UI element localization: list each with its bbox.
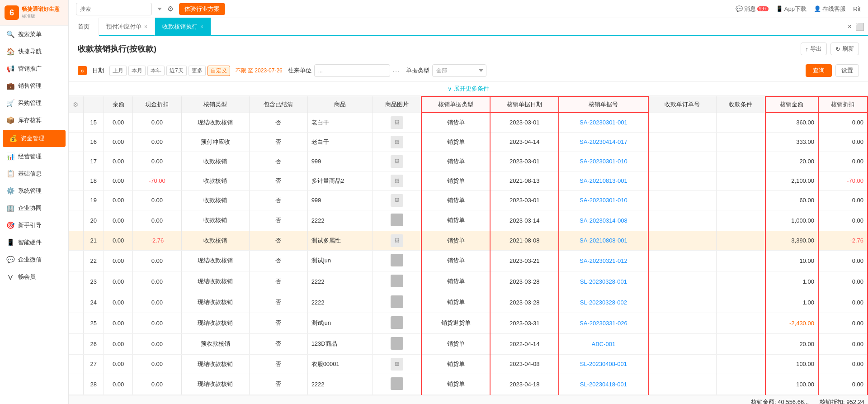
- td-receipt-condition: [717, 292, 765, 313]
- online-service[interactable]: 👤 在线客服: [814, 5, 846, 13]
- sidebar-item-sales[interactable]: 💼 销售管理: [0, 77, 68, 95]
- td-bill-date: 2023-03-28: [490, 292, 559, 313]
- tab-receipt-cancel[interactable]: 收款核销执行 ×: [155, 18, 211, 36]
- topbar-search-input[interactable]: [76, 3, 152, 15]
- tabbar-actions: × ⬜: [848, 23, 868, 31]
- sidebar-item-hardware[interactable]: 📱 智能硬件: [0, 234, 68, 251]
- td-receipt-order-no: [648, 354, 717, 374]
- topbar-dropdown[interactable]: [157, 8, 162, 10]
- footer-cancel-discount-value: 952.24: [846, 399, 864, 404]
- td-bill-type: 销货单: [421, 113, 490, 132]
- td-include-settled: 否: [249, 171, 307, 190]
- td-settings: [69, 271, 83, 292]
- td-cash-discount: 0.00: [133, 333, 181, 354]
- td-cancel-type: 现结收款核销: [181, 313, 249, 333]
- sidebar-item-label: 企业微信: [18, 256, 42, 264]
- filter-btn-last-month[interactable]: 上月: [109, 66, 127, 76]
- expand-more-label: 展开更多条件: [454, 85, 489, 93]
- td-cancel-amount: 1.00: [765, 271, 818, 292]
- td-cancel-type: 现结收款核销: [181, 250, 249, 271]
- filter-query-btn[interactable]: 查询: [806, 64, 832, 77]
- td-cancel-discount: 0.00: [818, 374, 868, 394]
- page-title-bar: 收款核销执行(按收款) ↑ 导出 ↻ 刷新: [69, 36, 868, 60]
- td-product-img: [373, 250, 421, 271]
- td-seq: 15: [83, 113, 104, 132]
- app-download[interactable]: 📱 App下载: [776, 5, 807, 13]
- sidebar-item-operation[interactable]: 📊 经营管理: [0, 148, 68, 165]
- td-product: 测试jun: [307, 250, 373, 271]
- td-cancel-type: 现结收款核销: [181, 374, 249, 394]
- sidebar-item-basic[interactable]: 📋 基础信息: [0, 165, 68, 182]
- col-settings-icon[interactable]: ⚙: [73, 101, 79, 108]
- filter-setting-btn[interactable]: 设置: [835, 64, 859, 77]
- sidebar-item-finance[interactable]: 💰 资金管理: [3, 130, 66, 147]
- td-balance: 0.00: [104, 132, 132, 152]
- export-btn[interactable]: ↑ 导出: [801, 43, 827, 55]
- td-balance: 0.00: [104, 271, 132, 292]
- sidebar-item-inventory[interactable]: 📦 库存核算: [0, 112, 68, 129]
- close-tab-btn[interactable]: ×: [848, 23, 852, 31]
- filter-dots: ···: [393, 67, 401, 74]
- sidebar-item-guide[interactable]: 🎯 新手引导: [0, 217, 68, 234]
- td-cancel-amount: -2,430.00: [765, 313, 818, 333]
- topbar-right: 💬 消息 99+ 📱 App下载 👤 在线客服 Rit: [736, 5, 861, 13]
- sidebar: 6 畅捷通谱好生意 标准版 🔍 搜索菜单 🏠 快捷导航 📢 营销推广 💼 销售管…: [0, 0, 69, 404]
- sidebar-item-search[interactable]: 🔍 搜索菜单: [0, 26, 68, 43]
- refresh-btn[interactable]: ↻ 刷新: [830, 43, 859, 55]
- td-product-img: [373, 313, 421, 333]
- filter-counterpart-input[interactable]: [314, 64, 390, 77]
- sidebar-item-company[interactable]: 🏢 企业协同: [0, 200, 68, 217]
- tab-prepay[interactable]: 预付冲应付单 ×: [99, 18, 155, 36]
- td-bill-type: 销货单: [421, 210, 490, 231]
- td-product: 999: [307, 152, 373, 171]
- tabbar: 首页 预付冲应付单 × 收款核销执行 × × ⬜: [69, 18, 868, 36]
- td-bill-type: 销货单: [421, 152, 490, 171]
- filter-btn-more[interactable]: 更多: [189, 66, 206, 76]
- td-cancel-discount: 0.00: [818, 292, 868, 313]
- td-bill-no: SA-20210808-001: [559, 231, 648, 250]
- sidebar-item-wechat[interactable]: 💬 企业微信: [0, 251, 68, 268]
- td-receipt-condition: [717, 210, 765, 231]
- page-actions: ↑ 导出 ↻ 刷新: [801, 43, 859, 55]
- filter-expand-btn[interactable]: »: [78, 66, 87, 75]
- filter-btn-7days[interactable]: 近7天: [166, 66, 187, 76]
- basic-icon: 📋: [6, 170, 14, 178]
- td-bill-no: SA-20230314-008: [559, 210, 648, 231]
- td-receipt-order-no: [648, 292, 717, 313]
- industry-btn[interactable]: 体验行业方案: [179, 3, 225, 15]
- table-row: 21 0.00 -2.76 收款核销 否 测试多属性 🖼 销货单 2021-08…: [69, 231, 868, 250]
- td-cash-discount: 0.00: [133, 132, 181, 152]
- tab-home[interactable]: 首页: [69, 18, 99, 36]
- sidebar-item-label: 企业协同: [18, 204, 42, 212]
- table-row: 18 0.00 -70.00 收款核销 否 多计量商品2 🖼 销货单 2021-…: [69, 171, 868, 190]
- sidebar-item-system[interactable]: ⚙️ 系统管理: [0, 182, 68, 200]
- td-seq: 17: [83, 152, 104, 171]
- sales-icon: 💼: [6, 82, 14, 90]
- filter-expand-more[interactable]: ∨ 展开更多条件: [69, 82, 868, 96]
- tab-receipt-cancel-close[interactable]: ×: [200, 24, 203, 30]
- filter-btn-this-year[interactable]: 本年: [147, 66, 165, 76]
- sidebar-item-vip[interactable]: V 畅会员: [0, 268, 68, 285]
- maximize-btn[interactable]: ⬜: [855, 23, 864, 31]
- filter-btn-this-month[interactable]: 本月: [128, 66, 146, 76]
- td-bill-type: 销货单: [421, 171, 490, 190]
- tab-prepay-close[interactable]: ×: [144, 24, 147, 30]
- th-balance: 余额: [104, 96, 132, 113]
- filter-btn-custom[interactable]: 自定义: [208, 66, 230, 76]
- td-receipt-condition: [717, 190, 765, 210]
- td-seq: 24: [83, 292, 104, 313]
- sidebar-item-marketing[interactable]: 📢 营销推广: [0, 60, 68, 77]
- th-settings[interactable]: ⚙: [69, 96, 83, 113]
- td-bill-date: 2023-04-18: [490, 374, 559, 394]
- topbar-gear-icon[interactable]: ⚙: [167, 5, 174, 13]
- td-cancel-type: 预收款核销: [181, 333, 249, 354]
- filter-bill-type-select[interactable]: 全部 销货单 销货退货单: [432, 64, 486, 77]
- filter-bill-type-field: 单据类型 全部 销货单 销货退货单: [406, 64, 486, 77]
- tab-prepay-label: 预付冲应付单: [106, 23, 142, 31]
- sidebar-item-purchase[interactable]: 🛒 采购管理: [0, 95, 68, 112]
- td-cancel-type: 收款核销: [181, 231, 249, 250]
- td-receipt-order-no: [648, 313, 717, 333]
- sidebar-item-quick-nav[interactable]: 🏠 快捷导航: [0, 43, 68, 60]
- td-receipt-order-no: [648, 250, 717, 271]
- notification-area[interactable]: 💬 消息 99+: [736, 5, 769, 13]
